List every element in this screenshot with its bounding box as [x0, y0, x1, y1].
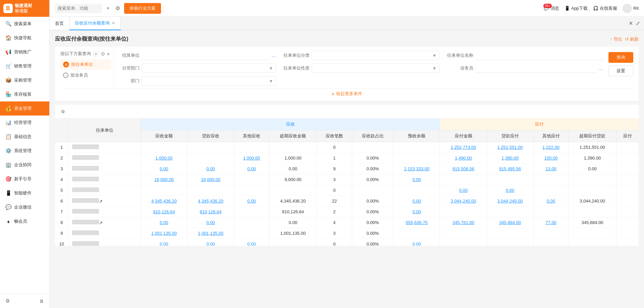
td-receivable-ratio: 0.00%	[352, 239, 393, 246]
settlement-input-wrap	[142, 51, 269, 60]
export-icon: ↑	[610, 37, 612, 42]
td-other-receivable: 0.00	[234, 196, 269, 207]
td-receivable-count: 0	[317, 142, 352, 153]
topbar-gear-icon[interactable]: ⚙	[115, 5, 120, 11]
logo-name: 畅捷通财	[15, 3, 32, 8]
td-receivable-count: 1	[317, 153, 352, 164]
tab-receivable[interactable]: 应收应付余额查询 ✕	[69, 17, 121, 30]
table-row: 5 0 0.00 0.00	[55, 185, 639, 196]
tab-home[interactable]: 首页	[50, 17, 69, 30]
message-btn[interactable]: 💬 99+ 消息	[544, 5, 559, 11]
th-overdue-payable: 超期应付贷款	[569, 130, 616, 142]
sidebar-item-label: 系统管理	[14, 148, 32, 154]
sidebar-item-system[interactable]: ⚙️ 系统管理	[0, 144, 49, 158]
td-other-payable: 100.00	[533, 153, 569, 164]
td-prepaid-balance: 0.00	[393, 174, 440, 185]
salesperson-input[interactable]	[477, 65, 595, 71]
td-overdue-receivable	[269, 185, 317, 196]
td-other-payable: 13.00	[533, 164, 569, 174]
sidebar-item-quicknav[interactable]: 🏠 快捷导航	[0, 31, 49, 45]
filter-collapse-icon[interactable]: «	[107, 51, 110, 56]
topbar-right: 💬 99+ 消息 📱 App下载 🎧 在线客服 Rit	[544, 4, 639, 13]
td-unit	[68, 228, 141, 239]
td-prepaid-balance	[393, 153, 440, 164]
unitname-input[interactable]	[477, 53, 602, 58]
query-btn[interactable]: 查询	[608, 52, 633, 63]
sidebar-item-sales[interactable]: 🛒 销售管理	[0, 59, 49, 73]
sidebar-item-member[interactable]: ♦ 畅会员	[0, 214, 49, 228]
td-payable-suffix	[616, 142, 639, 153]
sidebar-item-business[interactable]: 📊 经营管理	[0, 116, 49, 130]
online-service-btn[interactable]: 🎧 在线客服	[593, 5, 617, 11]
tab-close-all-btn[interactable]: ✕	[629, 20, 633, 27]
sidebar-item-marketing[interactable]: 📢 营销推广	[0, 45, 49, 59]
refresh-btn[interactable]: ↺ 刷新	[625, 36, 639, 42]
td-unit: ↗	[68, 196, 141, 207]
sidebar-item-wechat[interactable]: 💬 企业微信	[0, 200, 49, 214]
filter-add-btn[interactable]: +	[93, 51, 99, 57]
sidebar-item-finance[interactable]: 💰 资金管理	[0, 101, 49, 116]
td-unit	[68, 174, 141, 185]
category-label: 往来单位分类	[283, 52, 310, 58]
solution-btn[interactable]: 体验行业方案	[124, 3, 161, 14]
category-select[interactable]: ▼	[312, 51, 439, 60]
th-other-receivable: 其他应收	[234, 130, 269, 142]
table-gear-icon[interactable]: ⚙	[59, 107, 67, 116]
sidebar-item-smart[interactable]: 📱 智能硬件	[0, 186, 49, 200]
td-payable-suffix	[616, 239, 639, 246]
filter-option-by-staff[interactable]: ○ 按业务员	[60, 71, 111, 80]
topbar-chevron-icon[interactable]: ▼	[106, 6, 110, 11]
collapse-up-icon: ∧	[331, 91, 335, 96]
settings-btn[interactable]: 设置	[608, 65, 633, 76]
td-prepaid-balance: 0.00	[393, 196, 440, 207]
filter-option-by-unit[interactable]: ⑥ 按往来单位	[60, 59, 111, 70]
td-payable-suffix	[616, 228, 639, 239]
td-overdue-receivable: 1,001,135.00	[269, 228, 317, 239]
search-menu-input[interactable]	[58, 6, 99, 11]
sidebar-item-label: 库存核算	[14, 91, 32, 97]
td-receivable-ratio: 0.00%	[352, 228, 393, 239]
td-payable-amt: 915,508.56	[440, 164, 487, 174]
td-overdue-receivable: 0.00	[269, 217, 317, 228]
td-other-receivable	[234, 217, 269, 228]
nature-select[interactable]: ▼	[312, 63, 439, 73]
app-download-btn[interactable]: 📱 App下载	[565, 5, 588, 11]
sidebar-item-basic[interactable]: 📋 基础信息	[0, 130, 49, 144]
td-unit	[68, 185, 141, 196]
sidebar-item-purchase[interactable]: 📦 采购管理	[0, 73, 49, 87]
sidebar-item-enterprise[interactable]: 🏢 企业协同	[0, 158, 49, 172]
td-other-payable	[533, 207, 569, 217]
td-overdue-payable	[569, 185, 616, 196]
tab-close-icon[interactable]: ✕	[112, 21, 115, 26]
td-payable-amt: 1,490.00	[440, 153, 487, 164]
settlement-input[interactable]	[143, 53, 268, 58]
collapse-icon[interactable]: ⏸	[39, 298, 44, 304]
sidebar-item-inventory[interactable]: 🏪 库存核算	[0, 87, 49, 101]
nature-label: 往来单位性质	[283, 65, 310, 71]
td-prepaid-balance	[393, 228, 440, 239]
td-overdue-receivable: 810,126.64	[269, 207, 317, 217]
td-overdue-receivable	[269, 239, 317, 246]
sales-icon: 🛒	[5, 63, 11, 69]
td-payable-amt: 0.00	[440, 185, 487, 196]
collapse-conditions-btn[interactable]: ∧ 收起更多条件	[60, 88, 633, 97]
export-btn[interactable]: ↑ 导出	[610, 36, 623, 42]
sidebar-item-guide[interactable]: 🎯 新手引导	[0, 172, 49, 186]
settings-icon[interactable]: ⚙	[5, 298, 10, 304]
th-prepaid-balance: 预收余额	[393, 130, 440, 142]
tab-expand-btn[interactable]: ⤢	[636, 20, 640, 27]
td-loan-receivable	[187, 153, 234, 164]
sidebar-item-label: 销售管理	[14, 63, 32, 69]
settlement-dots[interactable]: …	[271, 53, 276, 58]
department-select[interactable]: ▼	[142, 76, 276, 86]
dept-select[interactable]: ▼	[142, 63, 276, 73]
filter-cell-unitname: 往来单位名称	[446, 51, 603, 60]
sidebar-item-label: 基础信息	[14, 134, 32, 140]
sidebar-item-search[interactable]: 🔍 搜索菜单	[0, 17, 49, 31]
th-group-receivable: 应收	[141, 119, 440, 130]
member-icon: ♦	[5, 219, 11, 224]
td-loan-payable	[487, 207, 533, 217]
salesperson-dots[interactable]: …	[598, 65, 603, 71]
user-profile[interactable]: Rit	[623, 4, 639, 13]
filter-settings-icon[interactable]: ⊙	[101, 51, 105, 56]
